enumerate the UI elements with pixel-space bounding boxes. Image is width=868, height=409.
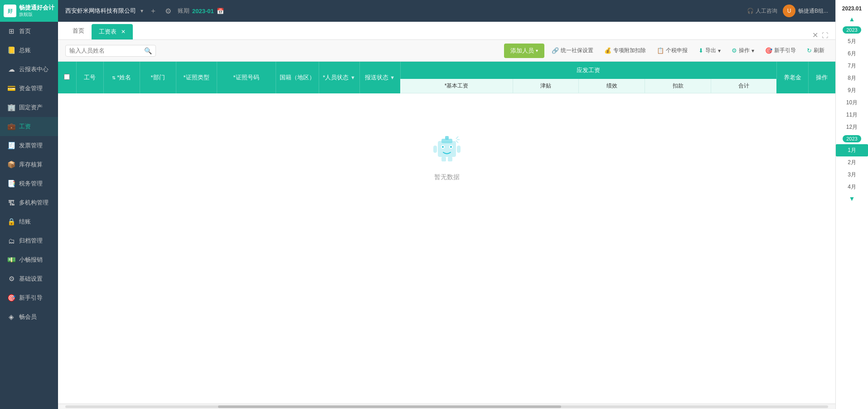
month-item-prev-12月[interactable]: 12月: [836, 121, 868, 133]
window-close-icon[interactable]: ✕: [812, 31, 818, 39]
period-value[interactable]: 2023-01: [192, 8, 214, 15]
col-deduct: 扣款: [645, 79, 711, 93]
col-cert-no: *证照号码: [217, 62, 276, 93]
sidebar-icon-14: 🎯: [7, 294, 15, 302]
add-person-btn[interactable]: 添加人员 ▾: [504, 44, 544, 58]
sidebar-label-14: 新手引导: [19, 294, 43, 302]
month-list: 20235月6月7月8月9月10月11月12月20231月2月3月4月: [836, 24, 868, 193]
sidebar-item-多机构管理[interactable]: 🏗 多机构管理: [0, 193, 58, 212]
service-btn[interactable]: 🎧 人工咨询: [747, 7, 777, 15]
headset-icon: 🎧: [747, 8, 754, 14]
month-item-prev-6月[interactable]: 6月: [836, 48, 868, 60]
year-badge: 2023: [843, 26, 861, 34]
month-item-prev-9月[interactable]: 9月: [836, 84, 868, 97]
sidebar-item-发票管理[interactable]: 🧾 发票管理: [0, 136, 58, 155]
company-name[interactable]: 西安虾米网络科技有限公司: [65, 7, 136, 15]
tab-home[interactable]: 首页: [65, 23, 92, 39]
horizontal-scrollbar[interactable]: [58, 404, 835, 409]
company-dropdown-icon[interactable]: ▾: [141, 8, 143, 14]
select-all-checkbox[interactable]: [64, 74, 70, 80]
col-num: 工号: [76, 62, 103, 93]
sidebar-label-2: 云报表中心: [19, 65, 48, 73]
header-right: 🎧 人工咨询 U 畅捷通B组...: [747, 5, 828, 17]
month-item-prev-11月[interactable]: 11月: [836, 109, 868, 121]
avatar: U: [783, 5, 795, 17]
sidebar-icon-1: 📒: [7, 46, 15, 54]
tab-close-icon[interactable]: ✕: [121, 29, 126, 35]
sidebar-item-库存核算[interactable]: 📦 库存核算: [0, 155, 58, 174]
col-dept: *部门: [140, 62, 176, 93]
social-insurance-btn[interactable]: 🔗 统一社保设置: [548, 45, 597, 56]
tax-declaration-btn[interactable]: 📋 个税申报: [653, 45, 691, 56]
sidebar-item-首页[interactable]: ⊞ 首页: [0, 22, 58, 41]
add-company-icon[interactable]: ＋: [148, 5, 159, 18]
col-ops: 操作: [808, 62, 835, 93]
month-item-4月[interactable]: 4月: [836, 181, 868, 193]
col-total: 合计: [711, 79, 776, 93]
period-label: 账期 2023-01 📅: [178, 7, 224, 15]
status-filter-icon[interactable]: ▼: [350, 75, 355, 80]
ops-chevron: ▾: [752, 48, 754, 54]
guide-icon: 🎯: [765, 47, 772, 54]
sidebar-item-结账[interactable]: 🔒 结账: [0, 212, 58, 231]
svg-point-6: [450, 146, 452, 148]
scroll-thumb: [218, 405, 561, 408]
month-item-1月[interactable]: 1月: [836, 144, 868, 156]
guide-btn[interactable]: 🎯 新手引导: [761, 45, 800, 56]
col-nation: 国籍（地区）: [276, 62, 319, 93]
sidebar-label-13: 基础设置: [19, 275, 43, 283]
sidebar-label-4: 固定资产: [19, 103, 43, 112]
svg-line-11: [456, 136, 458, 139]
settings-icon[interactable]: ⚙: [163, 5, 173, 17]
date-panel: 2023.01 ▲ 20235月6月7月8月9月10月11月12月20231月2…: [835, 0, 868, 409]
export-btn[interactable]: ⬇ 导出 ▾: [695, 45, 724, 56]
search-input[interactable]: [69, 47, 141, 54]
operations-btn[interactable]: ⚙ 操作 ▾: [728, 45, 758, 56]
sidebar-item-畅会员[interactable]: ◈ 畅会员: [0, 307, 58, 326]
search-wrapper: 🔍: [65, 45, 156, 57]
svg-rect-8: [457, 146, 461, 153]
sidebar-item-资金管理[interactable]: 💳 资金管理: [0, 79, 58, 98]
sidebar-item-工资[interactable]: 💼 工资: [0, 117, 58, 136]
month-item-prev-5月[interactable]: 5月: [836, 35, 868, 48]
month-item-prev-7月[interactable]: 7月: [836, 60, 868, 72]
user-menu[interactable]: U 畅捷通B组...: [783, 5, 828, 17]
panel-down-arrow[interactable]: ▼: [847, 193, 857, 204]
sidebar-label-15: 畅会员: [19, 313, 37, 321]
col-bonus: 津贴: [513, 79, 579, 93]
username: 畅捷通B组...: [798, 7, 828, 15]
sidebar-item-固定资产[interactable]: 🏢 固定资产: [0, 98, 58, 117]
sidebar-icon-9: 🏗: [7, 199, 15, 207]
col-checkbox: [58, 62, 76, 93]
tab-salary[interactable]: 工资表 ✕: [92, 24, 133, 39]
sidebar-item-基础设置[interactable]: ⚙ 基础设置: [0, 269, 58, 288]
window-expand-icon[interactable]: ⛶: [822, 32, 828, 39]
sidebar-item-税务管理[interactable]: 📑 税务管理: [0, 174, 58, 193]
report-filter-icon[interactable]: ▼: [390, 75, 395, 80]
table-container: 工号 ⇅ *姓名 *部门 *证照类型 *证照号码 国籍（地区） *人员状态 ▼ …: [58, 62, 835, 404]
sort-icon: ⇅: [112, 75, 116, 80]
special-deduction-btn[interactable]: 💰 专项附加扣除: [601, 45, 650, 56]
sidebar-icon-6: 🧾: [7, 141, 15, 150]
sidebar-icon-5: 💼: [7, 122, 15, 131]
panel-up-arrow[interactable]: ▲: [847, 14, 857, 24]
operations-icon: ⚙: [732, 47, 737, 54]
refresh-btn[interactable]: ↻ 刷新: [803, 45, 828, 56]
sidebar-item-归档管理[interactable]: 🗂 归档管理: [0, 231, 58, 250]
sidebar-item-小畅报销[interactable]: 💵 小畅报销: [0, 250, 58, 269]
sidebar-item-云报表中心[interactable]: ☁ 云报表中心: [0, 60, 58, 79]
sidebar-label-9: 多机构管理: [19, 199, 48, 207]
calendar-icon[interactable]: 📅: [217, 8, 224, 15]
app-logo: 好 畅捷通好会计 旗舰版: [0, 0, 58, 22]
export-icon: ⬇: [698, 47, 703, 54]
export-chevron: ▾: [718, 48, 721, 54]
sidebar-item-总账[interactable]: 📒 总账: [0, 41, 58, 60]
svg-rect-10: [448, 157, 452, 161]
month-item-2月[interactable]: 2月: [836, 156, 868, 169]
social-insurance-icon: 🔗: [552, 47, 559, 54]
month-item-prev-8月[interactable]: 8月: [836, 72, 868, 84]
sidebar-item-新手引导[interactable]: 🎯 新手引导: [0, 288, 58, 307]
month-item-prev-10月[interactable]: 10月: [836, 97, 868, 109]
svg-rect-2: [445, 136, 449, 140]
month-item-3月[interactable]: 3月: [836, 169, 868, 181]
